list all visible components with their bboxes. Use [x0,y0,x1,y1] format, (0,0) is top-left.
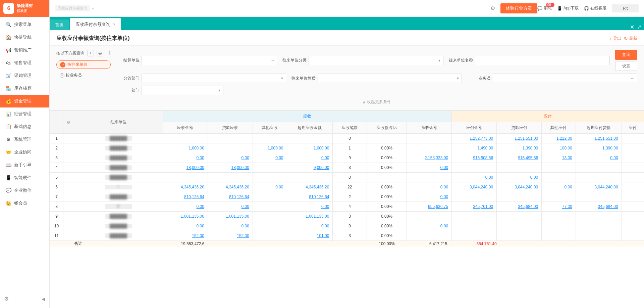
collapse-up-icon: ∧ [363,100,366,104]
row-num: 2 [50,143,63,153]
filter-partner-name: 往来单位名称 [449,56,610,65]
filter-partner-nature: 往来单位性质 ▾ [291,74,462,83]
sidebar-item-system[interactable]: ⚙系统管理 [0,133,49,146]
settings-icon[interactable]: ⚙ [4,296,9,302]
col-overdue-receivable: 超期应收金额 [287,122,333,134]
filter-row-2: 分管部门 ▾ 往来单位性质 ▾ [116,74,637,83]
sidebar-item-operation[interactable]: 📊经营管理 [0,107,49,120]
partner-nature-select[interactable]: ▾ [318,74,462,83]
export-button[interactable]: ↑ 导出 [609,36,621,41]
sidebar-icon-search-menu: 🔍 [5,21,11,28]
sidebar-item-wechat[interactable]: 💬企业微信 [0,184,49,197]
sidebar-item-basic[interactable]: 📋基础信息 [0,120,49,133]
total-payable: -654,751.40 [452,241,497,247]
scheme-by-partner[interactable]: P 按往来单位 [56,60,111,69]
filter-add-button[interactable]: + [87,50,94,56]
row-num: 5 [50,173,63,182]
row-gear [63,173,74,182]
sidebar-item-guide[interactable]: 📖新手引导 [0,159,49,171]
sidebar-label-purchase: 采购管理 [14,73,32,79]
salesman-input[interactable]: ··· [493,74,637,83]
app-download-button[interactable]: 📱 App下载 [557,5,579,11]
service-icon: 🎧 [584,6,589,11]
scheme-partner-label: 按往来单位 [67,62,88,68]
row-gear [63,202,74,212]
sidebar-logo: 6 畅捷通财 标准版 [0,0,49,17]
sidebar-label-basic: 基础信息 [14,124,32,130]
sidebar-icon-basic: 📋 [5,124,11,130]
partner-name-input[interactable] [475,56,610,65]
tab-bar-right: ✕ ⤢ [630,24,644,30]
sidebar-item-sales[interactable]: 🛍销售管理 [0,56,49,69]
app-label: App下载 [564,5,579,11]
sidebar-item-finance[interactable]: 💰资金管理 [0,95,49,107]
sidebar-item-corp[interactable]: 🤝企业协同 [0,146,49,159]
page-content: 应收应付余额查询(按往来单位) ↑ 导出 ↻ 刷新 按以下方案查询 [50,30,644,308]
sidebar-item-purchase[interactable]: 🛒采购管理 [0,69,49,82]
message-button[interactable]: 💬 消息 99+ [537,5,552,11]
online-service-button[interactable]: 🎧 在线客服 [584,5,606,11]
partner-category-select[interactable]: ▾ [309,56,443,65]
setting-button[interactable]: 设置 [615,61,637,71]
tab-close-icon[interactable]: × [113,22,115,27]
filter-collapse-icon[interactable]: 《 [106,50,111,56]
sidebar-label-quick-nav: 快捷导航 [14,34,32,40]
partner-nature-label: 往来单位性质 [291,76,316,81]
sidebar-icon-finance: 💰 [5,98,11,104]
refresh-button[interactable]: ↻ 刷新 [624,36,637,41]
sidebar-item-hardware[interactable]: 📱智能硬件 [0,171,49,184]
scheme-by-salesman[interactable]: S 按业务员 [56,72,111,79]
branch-dept-select[interactable]: ▾ [142,74,286,83]
collapse-label: 收起更多条件 [367,99,391,105]
sidebar-label-guide: 新手引导 [14,162,32,168]
page-actions: ↑ 导出 ↻ 刷新 [609,36,637,41]
sidebar-item-member[interactable]: 👑畅会员 [0,197,49,210]
topbar-gear-icon[interactable]: ⚙ [490,5,495,11]
scheme-salesman-label: 按业务员 [66,73,82,78]
sidebar-label-marketing: 营销推广 [14,47,32,53]
settlement-unit-input[interactable]: ··· [142,56,277,65]
sidebar-item-inventory[interactable]: 🏪库存核算 [0,82,49,95]
row-partner: ^ [74,182,163,192]
breadcrumb-text: 应收应付余额查询 [55,5,90,11]
data-table-area: ⚙ 往来单位 应收 应付 应收金额 贷款应收 其他应收 超期应收金额 应收笔数 … [50,111,644,308]
sidebar-label-inventory: 库存核算 [14,85,32,91]
trial-button[interactable]: 体验行业方案 [500,3,537,13]
sidebar-item-search-menu[interactable]: 🔍搜索菜单 [0,18,49,31]
col-receivable-group-header: 应收 [163,111,451,122]
message-badge: 99+ [546,3,554,7]
row-num: 10 [50,221,63,231]
col-gear-header[interactable]: ⚙ [63,111,74,134]
sidebar-icon-hardware: 📱 [5,175,11,181]
dept-select[interactable]: ▾ [142,86,223,95]
dept-label: 部门 [116,88,140,93]
collapse-icon[interactable]: ◀ [42,296,45,302]
sidebar-item-quick-nav[interactable]: 🏠快捷导航 [0,31,49,44]
row-gear [63,212,74,221]
sidebar: 6 畅捷通财 标准版 🔍搜索菜单🏠快捷导航📢营销推广🛍销售管理🛒采购管理🏪库存核… [0,0,50,308]
col-loan-payable: 贷款应付 [497,122,542,134]
tab-home[interactable]: 首页 [50,19,69,30]
tab-close-all-icon[interactable]: ✕ [630,24,634,30]
scheme-partner-icon: P [60,62,65,68]
row-partner: P [74,202,163,212]
message-icon: 💬 [537,6,542,11]
sidebar-icon-operation: 📊 [5,111,11,117]
row-partner: ██████ [74,231,163,241]
user-avatar[interactable]: Rit [612,4,639,12]
filter-header: 按以下方案查询 + ◎ 《 [56,50,111,56]
topbar: 应收应付余额查询 ▾ ⚙ 体验行业方案 💬 消息 99+ 📱 App下载 🎧 在… [50,0,644,17]
filter-setting-icon[interactable]: ◎ [97,50,103,56]
sidebar-footer: ⚙ ◀ [0,292,49,305]
logo-text-group: 畅捷通财 标准版 [17,3,33,13]
tab-expand-icon[interactable]: ⤢ [637,24,641,30]
sidebar-item-marketing[interactable]: 📢营销推广 [0,44,49,56]
row-num: 8 [50,202,63,212]
collapse-button[interactable]: ∧ 收起更多条件 [116,98,637,106]
query-button[interactable]: 查询 [615,50,637,60]
filter-settlement-unit: 结算单位 ··· [116,56,277,65]
salesman-dots-icon: ··· [631,76,634,81]
topbar-actions: ⚙ 体验行业方案 [490,3,537,13]
tab-ar-ap[interactable]: 应收应付余额查询 × [70,18,121,30]
total-label: 合计 [74,241,163,247]
